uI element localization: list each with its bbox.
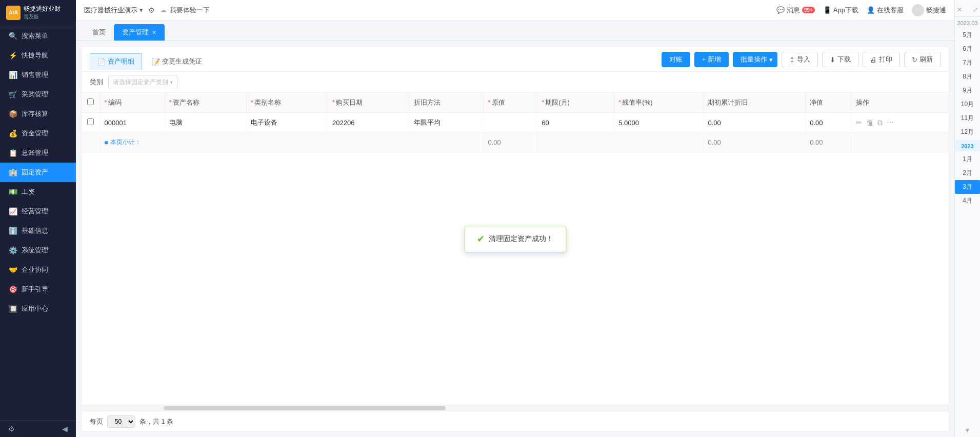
month-6[interactable]: 6月 (955, 42, 980, 56)
experience-button[interactable]: ☁ 我要体验一下 (160, 6, 210, 15)
td-subtotal-actions (852, 133, 949, 152)
edit-icon[interactable]: ✏ (856, 118, 862, 127)
search-icon: 🔍 (8, 32, 17, 40)
sidebar-item-sales[interactable]: 📊 销售管理 (0, 65, 76, 85)
sidebar-item-ledger[interactable]: 📋 总账管理 (0, 143, 76, 163)
month-9[interactable]: 9月 (955, 84, 980, 97)
sidebar-item-label: 新手引导 (22, 285, 48, 294)
month-2[interactable]: 2月 (955, 166, 980, 180)
online-service-button[interactable]: 👤 在线客服 (867, 6, 904, 15)
tab-home[interactable]: 首页 (84, 24, 114, 41)
sidebar-item-basic-info[interactable]: ℹ️ 基础信息 (0, 221, 76, 241)
sidebar-item-collab[interactable]: 🤝 企业协同 (0, 260, 76, 280)
total-count-label: 条，共 1 条 (139, 417, 173, 426)
content-area: 📄 资产明细 📝 变更生成凭证 对账 + 新增 批量操作 ▾ (76, 41, 954, 437)
app-name: 畅捷通好业财 (24, 5, 61, 13)
page-size-select[interactable]: 50 100 (107, 415, 135, 428)
toast-success-icon: ✔ (477, 233, 485, 245)
month-11[interactable]: 11月 (955, 111, 980, 125)
refresh-button[interactable]: ↻ 刷新 (904, 52, 941, 67)
sidebar-item-quicknav[interactable]: ⚡ 快捷导航 (0, 46, 76, 65)
tab-asset-management[interactable]: 资产管理 ✕ (114, 24, 165, 41)
chevron-down-icon[interactable]: ▼ (965, 427, 971, 434)
print-button[interactable]: 🖨 打印 (863, 52, 900, 67)
download-icon: 📱 (823, 6, 831, 14)
sub-tab-asset-detail[interactable]: 📄 资产明细 (90, 53, 142, 70)
purchase-icon: 🛒 (8, 90, 17, 98)
sidebar-item-purchase[interactable]: 🛒 采购管理 (0, 85, 76, 104)
row-action-icons: ✏ 🗑 ⧉ ⋯ (856, 118, 945, 127)
sidebar-nav: 🔍 搜索菜单 ⚡ 快捷导航 📊 销售管理 🛒 采购管理 📦 库存核算 💰 资金管… (0, 26, 76, 420)
category-filter-select[interactable]: 请选择固定资产类别 ▾ (108, 75, 177, 89)
basic-info-icon: ℹ️ (8, 227, 17, 235)
month-8[interactable]: 8月 (955, 70, 980, 84)
sidebar-item-label: 应用中心 (22, 304, 48, 313)
sub-tab-voucher[interactable]: 📝 变更生成凭证 (144, 53, 210, 70)
sidebar-item-app-center[interactable]: 🔲 应用中心 (0, 299, 76, 319)
import-button[interactable]: ↥ 导入 (782, 52, 818, 67)
collapse-icon[interactable]: ◀ (62, 425, 68, 433)
company-dropdown[interactable]: 医疗器械行业演示 ▾ (84, 6, 143, 15)
td-purchase-date: 202206 (328, 113, 410, 133)
subtotal-icon: ■ (105, 139, 108, 146)
month-1[interactable]: 1月 (955, 152, 980, 166)
td-period: 60 (537, 113, 614, 133)
copy-icon[interactable]: ⧉ (877, 118, 883, 127)
online-service-label: 在线客服 (877, 6, 904, 15)
reconcile-button[interactable]: 对账 (662, 52, 690, 67)
month-4[interactable]: 4月 (955, 194, 980, 208)
delete-icon[interactable]: 🗑 (866, 118, 873, 127)
td-name: 电脑 (165, 113, 246, 133)
sidebar-item-system[interactable]: ⚙️ 系统管理 (0, 241, 76, 260)
main-area: 医疗器械行业演示 ▾ ⚙ ☁ 我要体验一下 💬 消息 99+ 📱 App下载 👤… (76, 0, 954, 437)
toast-message: 清理固定资产成功！ (489, 234, 553, 244)
horizontal-scrollbar[interactable] (82, 405, 949, 411)
right-panel: ✕ ⤢ 2023.03 5月 6月 7月 8月 9月 10月 11月 12月 2… (954, 0, 980, 437)
new-button[interactable]: + 新增 (694, 52, 729, 67)
sidebar-item-label: 企业协同 (22, 265, 48, 274)
user-profile[interactable]: 畅捷通 (912, 4, 946, 16)
app-download-button[interactable]: 📱 App下载 (823, 6, 858, 15)
header-settings-icon[interactable]: ⚙ (148, 6, 155, 14)
sub-tabs: 📄 资产明细 📝 变更生成凭证 对账 + 新增 批量操作 ▾ (82, 47, 949, 72)
tab-close-icon[interactable]: ✕ (152, 29, 156, 36)
th-purchase-date: *购买日期 (328, 93, 410, 113)
td-checkbox (82, 113, 100, 133)
close-panel-icon[interactable]: ✕ (957, 6, 962, 13)
batch-ops-button[interactable]: 批量操作 ▾ (733, 52, 777, 67)
td-subtotal-original: 0.00 (484, 133, 537, 152)
sidebar-item-fixed-assets[interactable]: 🏢 固定资产 (0, 163, 76, 182)
sidebar-item-funds[interactable]: 💰 资金管理 (0, 124, 76, 143)
scrollbar-thumb[interactable] (164, 406, 446, 410)
settings-gear-icon[interactable]: ⚙ (8, 425, 15, 433)
messages-button[interactable]: 💬 消息 99+ (776, 6, 815, 15)
sidebar-item-inventory[interactable]: 📦 库存核算 (0, 104, 76, 124)
th-actions: 操作 (852, 93, 949, 113)
download-button[interactable]: ⬇ 下载 (822, 52, 858, 67)
scroll-down-btn[interactable]: ▼ (955, 424, 980, 437)
more-icon[interactable]: ⋯ (887, 118, 894, 127)
sidebar-item-label: 搜索菜单 (22, 31, 48, 41)
td-actions: ✏ 🗑 ⧉ ⋯ (852, 113, 949, 133)
message-icon: 💬 (776, 6, 785, 14)
month-3-current[interactable]: 3月 (955, 180, 980, 194)
sidebar-item-guide[interactable]: 🎯 新手引导 (0, 280, 76, 299)
row-checkbox[interactable] (87, 118, 94, 125)
guide-icon: 🎯 (8, 285, 17, 293)
sidebar-item-search[interactable]: 🔍 搜索菜单 (0, 26, 76, 46)
sidebar-item-label: 固定资产 (22, 168, 48, 177)
sidebar-item-payroll[interactable]: 💵 工资 (0, 182, 76, 202)
sidebar-item-label: 采购管理 (22, 90, 48, 99)
sidebar-item-operations[interactable]: 📈 经营管理 (0, 202, 76, 221)
month-7[interactable]: 7月 (955, 56, 980, 70)
month-12[interactable]: 12月 (955, 125, 980, 139)
select-all-checkbox[interactable] (87, 98, 94, 105)
experience-icon: ☁ (160, 6, 167, 14)
month-10[interactable]: 10月 (955, 97, 980, 111)
td-subtotal-net: 0.00 (806, 133, 852, 152)
th-residual-rate: *残值率(%) (614, 93, 704, 113)
tab-home-label: 首页 (92, 28, 106, 37)
month-5[interactable]: 5月 (955, 28, 980, 42)
th-net-value: 净值 (806, 93, 852, 113)
expand-panel-icon[interactable]: ⤢ (973, 6, 978, 13)
